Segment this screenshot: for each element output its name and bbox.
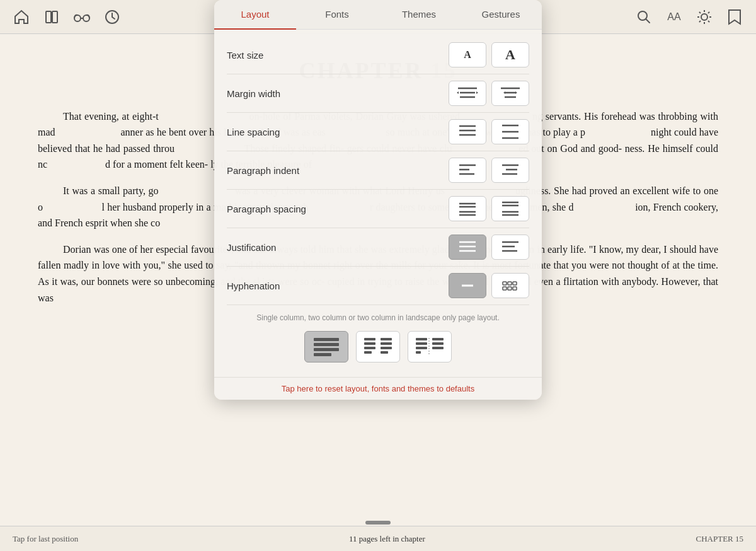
bottom-left: Tap for last position: [13, 534, 78, 544]
text-size-large-button[interactable]: A: [491, 42, 529, 67]
margin-wide-button[interactable]: [449, 81, 486, 106]
svg-rect-49: [508, 282, 512, 285]
justify-left-button[interactable]: [491, 235, 529, 260]
hyphenation-off-icon: [500, 279, 521, 293]
search-icon[interactable]: [635, 8, 653, 26]
bookmark-icon[interactable]: [726, 8, 743, 26]
svg-rect-63: [381, 347, 392, 349]
hyphenation-on-button[interactable]: [449, 273, 486, 298]
svg-line-13: [708, 11, 709, 13]
svg-rect-56: [314, 348, 339, 351]
column-section: Single column, two column or two column …: [227, 305, 529, 368]
brightness-icon[interactable]: [696, 8, 713, 26]
two-column-landscape-button[interactable]: [408, 331, 452, 362]
indent-less-button[interactable]: [449, 158, 486, 183]
tab-layout[interactable]: Layout: [214, 0, 296, 30]
svg-point-6: [701, 14, 707, 20]
reset-link[interactable]: Tap here to reset layout, fonts and them…: [214, 377, 542, 400]
paragraph-indent-controls: [449, 158, 529, 183]
svg-rect-71: [432, 347, 444, 349]
two-column-icon: [362, 335, 394, 358]
glasses-icon[interactable]: [73, 8, 91, 26]
justification-label: Justification: [227, 242, 276, 253]
two-column-landscape-icon: [414, 335, 445, 358]
para-spacing-more-icon: [500, 200, 521, 218]
tab-fonts[interactable]: Fonts: [296, 0, 378, 29]
line-spacing-compact-icon: [457, 123, 478, 141]
line-spacing-compact-button[interactable]: [449, 119, 486, 144]
svg-rect-59: [381, 338, 392, 340]
para-spacing-less-button[interactable]: [449, 196, 486, 221]
margin-wide-icon: [457, 84, 478, 102]
svg-rect-58: [364, 338, 375, 340]
hyphenation-controls: [449, 273, 529, 298]
indent-more-button[interactable]: [491, 158, 529, 183]
single-column-button[interactable]: [304, 331, 348, 362]
margin-width-label: Margin width: [227, 88, 280, 99]
line-spacing-controls: [449, 119, 529, 144]
svg-rect-62: [364, 347, 375, 349]
tab-themes[interactable]: Themes: [378, 0, 460, 29]
svg-rect-61: [381, 342, 392, 345]
svg-rect-60: [364, 342, 375, 345]
paragraph-indent-label: Paragraph indent: [227, 165, 299, 176]
panel-tabs: Layout Fonts Themes Gestures: [214, 0, 542, 30]
svg-line-12: [708, 21, 709, 22]
para-spacing-more-button[interactable]: [491, 196, 529, 221]
svg-rect-68: [416, 342, 427, 345]
text-size-row: Text size A A: [227, 36, 529, 74]
line-spacing-row: Line spacing: [227, 113, 529, 151]
text-size-large-icon: A: [505, 47, 515, 63]
text-size-small-icon: A: [464, 49, 471, 61]
svg-rect-66: [416, 338, 427, 340]
justify-left-icon: [500, 238, 521, 256]
svg-line-14: [699, 21, 701, 22]
indent-less-icon: [457, 161, 478, 179]
tab-gestures[interactable]: Gestures: [460, 0, 542, 29]
indent-more-icon: [500, 161, 521, 179]
justify-full-icon: [457, 238, 478, 256]
justification-controls: [449, 235, 529, 260]
two-column-button[interactable]: [356, 331, 400, 362]
clock-icon[interactable]: [103, 8, 121, 26]
paragraph-spacing-label: Paragraph spacing: [227, 204, 306, 214]
svg-rect-55: [314, 343, 339, 346]
home-icon[interactable]: [13, 8, 30, 26]
svg-rect-53: [513, 287, 517, 290]
svg-rect-69: [432, 342, 444, 345]
text-size-small-button[interactable]: A: [449, 42, 486, 67]
margin-narrow-icon: [500, 84, 521, 102]
text-size-label: Text size: [227, 50, 263, 61]
svg-rect-54: [314, 338, 339, 341]
text-size-controls: A A: [449, 42, 529, 67]
margin-width-row: Margin width: [227, 74, 529, 113]
line-spacing-wide-button[interactable]: [491, 119, 529, 144]
single-column-icon: [311, 335, 342, 358]
hyphenation-off-button[interactable]: [491, 273, 529, 298]
scroll-indicator: [365, 521, 391, 525]
justify-full-button[interactable]: [449, 235, 486, 260]
para-spacing-less-icon: [457, 200, 478, 218]
bottom-right: CHAPTER 15: [696, 534, 743, 544]
svg-rect-51: [503, 287, 507, 290]
svg-rect-72: [416, 351, 421, 354]
hyphenation-row: Hyphenation: [227, 267, 529, 305]
svg-rect-65: [381, 351, 388, 354]
svg-rect-48: [503, 282, 507, 285]
hyphenation-on-icon: [457, 279, 478, 293]
column-buttons: [227, 331, 529, 362]
panel-content: Text size A A Margin width: [214, 30, 542, 377]
paragraph-spacing-controls: [449, 196, 529, 221]
margin-narrow-button[interactable]: [491, 81, 529, 106]
svg-rect-0: [46, 11, 51, 23]
hyphenation-label: Hyphenation: [227, 281, 280, 291]
svg-line-11: [699, 11, 701, 13]
column-hint: Single column, two column or two column …: [227, 313, 529, 323]
paragraph-indent-row: Paragraph indent: [227, 151, 529, 190]
line-spacing-label: Line spacing: [227, 127, 280, 137]
svg-rect-1: [52, 11, 57, 23]
textsize-icon[interactable]: AA: [665, 8, 683, 26]
library-icon[interactable]: [43, 8, 60, 26]
paragraph-spacing-row: Paragraph spacing: [227, 190, 529, 228]
justification-row: Justification: [227, 228, 529, 267]
